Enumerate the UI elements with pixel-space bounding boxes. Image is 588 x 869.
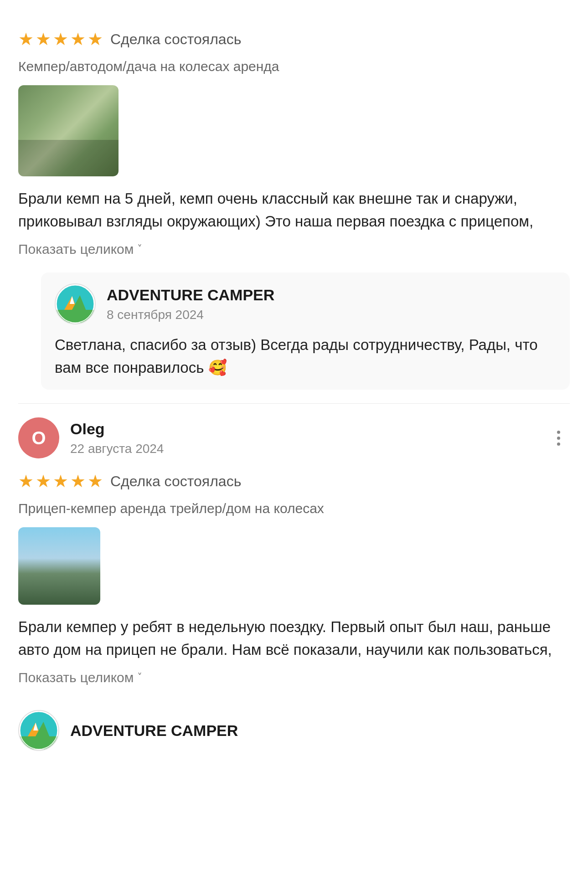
show-more-2[interactable]: Показать целиком ˅ <box>18 668 570 687</box>
dot-3 <box>557 442 560 446</box>
deal-status-2: Сделка состоялась <box>110 471 241 492</box>
dot-1 <box>557 431 560 434</box>
page-container: ★ ★ ★ ★ ★ Сделка состоялась Кемпер/автод… <box>0 0 588 778</box>
review-block-2: O Oleg 22 августа 2024 ★ ★ ★ ★ ★ Сделка … <box>18 404 570 765</box>
response-name-block-1: ADVENTURE CAMPER 8 сентября 2024 <box>107 284 274 324</box>
reviewer-header-2: O Oleg 22 августа 2024 <box>18 417 570 458</box>
dot-2 <box>557 437 560 440</box>
service-name-1: Кемпер/автодом/дача на колесах аренда <box>18 57 570 76</box>
adventure-camper-avatar-1 <box>55 283 96 324</box>
star-1: ★ <box>18 27 34 51</box>
stars-2: ★ ★ ★ ★ ★ <box>18 469 103 494</box>
response-text-1: Светлана, спасибо за отзыв) Всегда рады … <box>55 334 556 379</box>
response-header-1: ADVENTURE CAMPER 8 сентября 2024 <box>55 283 556 324</box>
stars-1: ★ ★ ★ ★ ★ <box>18 27 103 51</box>
star-2-4: ★ <box>70 469 86 494</box>
reviewer-info-2: Oleg 22 августа 2024 <box>70 418 536 458</box>
star-2: ★ <box>36 27 51 51</box>
stars-row-1: ★ ★ ★ ★ ★ Сделка состоялась <box>18 27 570 51</box>
show-more-1[interactable]: Показать целиком ˅ <box>18 240 570 259</box>
review-photo-2 <box>18 527 100 605</box>
adventure-camper-avatar-2 <box>18 710 59 751</box>
deal-status-1: Сделка состоялась <box>110 29 241 50</box>
star-2-3: ★ <box>53 469 68 494</box>
star-2-2: ★ <box>36 469 51 494</box>
review-photo-1 <box>18 85 119 176</box>
star-5: ★ <box>88 27 103 51</box>
star-4: ★ <box>70 27 86 51</box>
partial-response-header: ADVENTURE CAMPER <box>18 701 570 751</box>
service-name-2: Прицеп-кемпер аренда трейлер/дом на коле… <box>18 499 570 518</box>
show-more-label-2: Показать целиком <box>18 668 134 687</box>
reviewer-initial-2: O <box>31 425 46 451</box>
more-options-button-2[interactable] <box>547 427 570 449</box>
review-block-1: ★ ★ ★ ★ ★ Сделка состоялась Кемпер/автод… <box>18 14 570 404</box>
star-3: ★ <box>53 27 68 51</box>
star-2-5: ★ <box>88 469 103 494</box>
show-more-label-1: Показать целиком <box>18 240 134 259</box>
reviewer-date-2: 22 августа 2024 <box>70 440 536 458</box>
response-date-1: 8 сентября 2024 <box>107 306 274 324</box>
star-2-1: ★ <box>18 469 34 494</box>
svg-rect-5 <box>57 310 94 323</box>
response-name-1: ADVENTURE CAMPER <box>107 284 274 306</box>
reviewer-name-2: Oleg <box>70 418 536 440</box>
review-text-2: Брали кемпер у ребят в недельную поездку… <box>18 616 570 661</box>
review-text-1: Брали кемп на 5 дней, кемп очень классны… <box>18 187 570 232</box>
chevron-down-icon-1: ˅ <box>137 242 142 257</box>
chevron-down-icon-2: ˅ <box>137 671 142 685</box>
stars-row-2: ★ ★ ★ ★ ★ Сделка состоялась <box>18 469 570 494</box>
response-name-2: ADVENTURE CAMPER <box>70 720 238 742</box>
response-block-1: ADVENTURE CAMPER 8 сентября 2024 Светлан… <box>41 273 570 390</box>
svg-rect-12 <box>20 736 58 749</box>
reviewer-avatar-2: O <box>18 417 59 458</box>
response-name-block-2: ADVENTURE CAMPER <box>70 720 238 742</box>
